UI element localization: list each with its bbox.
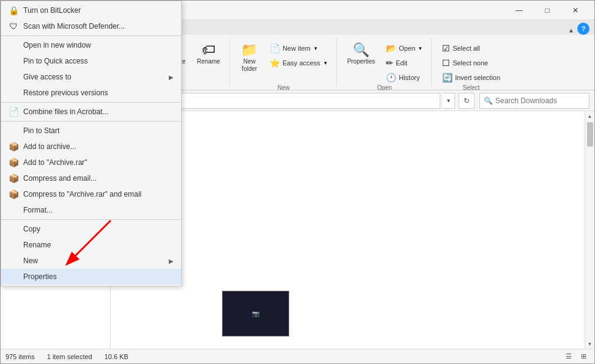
large-icons-view-button[interactable]: ⊞ (577, 351, 589, 363)
cm-new[interactable]: New ▶ (1, 253, 181, 269)
cm-rename-label: Rename (23, 241, 51, 249)
help-button[interactable]: ? (577, 23, 589, 35)
cm-add-archive[interactable]: 📦 Add to archive... (1, 139, 181, 155)
invert-icon: 🔄 (442, 73, 453, 82)
properties-button[interactable]: 🔍 Properties (343, 40, 380, 68)
new-item-icon: 📄 (270, 43, 280, 53)
rename-icon: 🏷 (202, 43, 215, 57)
compress-email-icon: 📦 (9, 173, 18, 183)
open-label: Open (399, 45, 415, 52)
acrobat-icon: 📄 (9, 111, 18, 117)
new-folder-icon: 📁 (241, 43, 257, 57)
select-none-label: Select none (453, 59, 488, 67)
edit-label: Edit (396, 59, 407, 67)
select-none-icon: ☐ (442, 58, 450, 68)
cm-properties-label: Properties (23, 272, 57, 281)
scroll-down-button[interactable]: ▼ (585, 339, 595, 349)
maximize-button[interactable]: □ (533, 1, 561, 20)
refresh-button[interactable]: ↻ (459, 93, 475, 109)
ribbon-group-select: ☑ Select all ☐ Select none 🔄 Invert sele… (433, 38, 509, 87)
cm-compress-rar-email-label: Compress to "Archive.rar" and email (23, 190, 141, 198)
select-all-label: Select all (453, 45, 480, 52)
close-button[interactable]: ✕ (561, 1, 589, 20)
ribbon-collapse-button[interactable]: ▲ (566, 25, 576, 35)
select-none-button[interactable]: ☐ Select none (438, 56, 504, 70)
properties-label: Properties (347, 58, 375, 65)
cm-compress-email[interactable]: 📦 Compress and email... (1, 170, 181, 186)
cm-acrobat-label: Combine files in Acrobat... (23, 111, 108, 116)
new-items: 📁 Newfolder 📄 New item ▾ ⭐ Easy access ▾ (236, 38, 331, 84)
select-items: ☑ Select all ☐ Select none 🔄 Invert sele… (438, 38, 504, 84)
selection-info: 1 item selected (47, 353, 92, 360)
new-folder-button[interactable]: 📁 Newfolder (236, 40, 263, 76)
cm-properties[interactable]: Properties (1, 269, 181, 285)
select-col: ☑ Select all ☐ Select none 🔄 Invert sele… (438, 40, 504, 84)
cm-format-label: Format... (23, 206, 53, 214)
history-icon: 🕐 (386, 73, 396, 82)
invert-label: Invert selection (455, 74, 500, 81)
easy-access-icon: ⭐ (270, 58, 280, 68)
open-items: 🔍 Properties 📂 Open ▾ ✏ Edit (343, 38, 427, 84)
content-area[interactable]: 📷 (111, 111, 585, 349)
open-icon: 📂 (386, 43, 396, 53)
scroll-up-button[interactable]: ▲ (585, 111, 595, 121)
minimize-button[interactable]: — (505, 1, 533, 20)
properties-ctx-icon (9, 272, 18, 282)
new-item-button[interactable]: 📄 New item ▾ (265, 42, 331, 55)
cm-compress-rar-email[interactable]: 📦 Compress to "Archive.rar" and email (1, 186, 181, 202)
rename-ctx-icon (9, 240, 18, 250)
add-rar-icon: 📦 (9, 158, 18, 167)
cm-acrobat[interactable]: 📄 Combine files in Acrobat... (1, 111, 181, 120)
statusbar: 975 items 1 item selected 10.6 KB ☰ ⊞ (1, 349, 594, 363)
preview-thumbnail: 📷 (222, 291, 289, 337)
cm-rename[interactable]: Rename (1, 237, 181, 253)
window: 📁 Downloads — □ ✕ File Home Share View ▲… (0, 0, 595, 364)
edit-button[interactable]: ✏ Edit (382, 56, 426, 70)
rename-label: Rename (197, 58, 220, 65)
pin-start-icon (9, 126, 18, 136)
cm-add-rar-label: Add to "Archive.rar" (23, 158, 87, 167)
select-all-button[interactable]: ☑ Select all (438, 42, 504, 55)
ribbon-group-new: 📁 Newfolder 📄 New item ▾ ⭐ Easy access ▾ (231, 38, 337, 87)
new-ctx-icon (9, 256, 18, 266)
easy-access-label: Easy access (283, 59, 320, 67)
details-view-button[interactable]: ☰ (563, 351, 575, 363)
item-count: 975 items (6, 353, 35, 360)
search-icon: 🔍 (484, 96, 493, 105)
cm-pin-start[interactable]: Pin to Start (1, 123, 181, 139)
easy-access-button[interactable]: ⭐ Easy access ▾ (265, 56, 331, 70)
new-item-label: New item (283, 45, 311, 52)
search-input[interactable] (495, 96, 585, 105)
add-archive-icon: 📦 (9, 142, 18, 151)
scrollbar-thumb[interactable] (587, 122, 593, 147)
open-col: 📂 Open ▾ ✏ Edit 🕐 History (382, 40, 426, 84)
history-label: History (399, 74, 419, 81)
open-button[interactable]: 📂 Open ▾ (382, 42, 426, 55)
compress-rar-email-icon: 📦 (9, 189, 18, 199)
edit-icon: ✏ (386, 58, 393, 68)
ribbon-group-open: 🔍 Properties 📂 Open ▾ ✏ Edit (338, 38, 432, 87)
cm-format[interactable]: Format... (1, 202, 181, 218)
cm-add-archive-label: Add to archive... (23, 142, 76, 151)
select-all-icon: ☑ (442, 43, 450, 53)
cm-copy[interactable]: Copy (1, 221, 181, 237)
format-icon (9, 205, 18, 215)
cm-compress-email-label: Compress and email... (23, 174, 97, 183)
cm-add-rar[interactable]: 📦 Add to "Archive.rar" (1, 155, 181, 170)
invert-selection-button[interactable]: 🔄 Invert selection (438, 71, 504, 84)
copy-ctx-icon (9, 224, 18, 234)
address-dropdown[interactable]: ▾ (443, 93, 455, 109)
properties-icon: 🔍 (353, 43, 369, 57)
rename-button[interactable]: 🏷 Rename (193, 40, 224, 68)
main-area: ▶ 💾 Local Disk (C:) ▶ 🗂 Libraries ▶ 🌐 Ne… (1, 111, 594, 349)
history-button[interactable]: 🕐 History (382, 71, 426, 84)
search-box[interactable]: 🔍 (479, 93, 589, 109)
new-arrow: ▶ (169, 258, 174, 264)
new-folder-label: Newfolder (242, 58, 257, 73)
cm-sep-3 (1, 121, 181, 122)
cm-sep-4 (1, 219, 181, 220)
view-buttons: ☰ ⊞ (563, 351, 589, 363)
cm-copy-label: Copy (23, 225, 40, 233)
scrollbar-track[interactable] (585, 121, 594, 339)
scrollbar-vertical[interactable]: ▲ ▼ (585, 111, 594, 349)
